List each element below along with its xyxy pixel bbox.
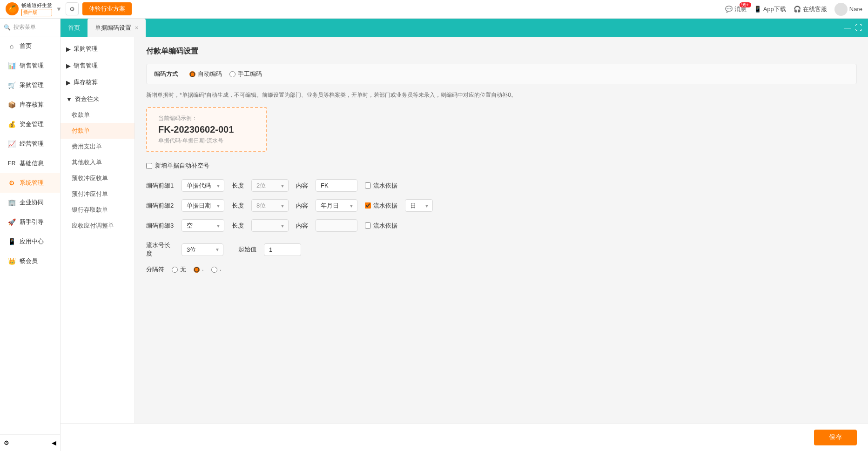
sidebar: 🔍 搜索菜单 ⌂ 首页 📊 销售管理 🛒 采购管理 📦 库存核算 💰 资 [0,19,61,451]
online-service-label: 在线客服 [803,5,827,13]
experience-button[interactable]: 体验行业方案 [82,2,132,15]
sep-none-radio[interactable] [172,267,178,273]
online-service-button[interactable]: 🎧 在线客服 [794,5,827,13]
sidebar-item-operations[interactable]: 📈 经营管理 [0,134,60,154]
length3-select[interactable] [251,219,289,232]
stream-checkbox-3[interactable] [365,222,371,229]
sep-dot2-option[interactable]: · [211,266,222,273]
main-content-area: 付款单编码设置 编码方式 自动编码 手工编码 [135,37,868,423]
preview-desc: 单据代码-单据日期-流水号 [158,137,255,145]
sub-menu-ap-adjust[interactable]: 应收应付调整单 [61,218,135,234]
sub-menu-bank[interactable]: 银行存取款单 [61,202,135,218]
app-download-label: App下载 [763,5,786,13]
search-menu[interactable]: 🔍 搜索菜单 [0,19,60,36]
tab-close-icon[interactable]: × [135,25,138,31]
tab-home-label: 首页 [68,24,80,32]
basics-icon: ER [7,159,16,168]
auto-code-radio[interactable] [189,71,195,77]
sidebar-item-finance[interactable]: 💰 资金管理 [0,114,60,134]
sub-menu-income[interactable]: 其他收入单 [61,155,135,170]
sidebar-item-enterprise[interactable]: 🏢 企业协同 [0,193,60,212]
sales-icon: 📊 [7,61,16,70]
sub-menu-inventory-header[interactable]: ▶ 库存核算 [61,74,135,90]
sidebar-item-member[interactable]: 👑 畅会员 [0,251,60,271]
sub-menu-sales-label: 销售管理 [74,61,98,70]
avatar [834,3,848,16]
sidebar-item-home[interactable]: ⌂ 首页 [0,36,60,56]
sub-menu-expense[interactable]: 费用支出单 [61,139,135,155]
tab-minimize-icon[interactable]: — [844,24,851,32]
length1-select[interactable]: 2位 3位 4位 [251,179,289,192]
coding-method-row: 编码方式 自动编码 手工编码 [146,64,857,84]
sidebar-item-basics[interactable]: ER 基础信息 [0,154,60,173]
stream-checkbox-1[interactable] [365,182,371,188]
prefix3-select-wrapper: 单据代码 单据日期 部门 业务员 空 ▼ [182,219,224,232]
gear-button[interactable]: ⚙ [66,2,79,15]
prefix2-select[interactable]: 单据代码 单据日期 部门 业务员 空 [182,199,224,212]
message-button[interactable]: 💬 消息 99+ [725,5,747,13]
enterprise-icon: 🏢 [7,198,16,207]
sep-dot2-radio[interactable] [211,267,217,273]
operations-icon: 📈 [7,140,16,148]
sep-dot-radio[interactable] [194,267,200,273]
apps-icon: 📱 [7,237,16,246]
stream-label-1: 流水依据 [373,182,397,190]
prefix1-select[interactable]: 单据代码 单据日期 部门 业务员 空 [182,179,224,192]
length3-select-wrapper: ▼ [251,219,289,232]
sub-menu-sales-header[interactable]: ▶ 销售管理 [61,58,135,74]
sidebar-item-sales[interactable]: 📊 销售管理 [0,56,60,75]
inventory-expand-icon: ▶ [66,79,71,86]
brand-tag: 插件版 [21,9,52,16]
app-download-button[interactable]: 📱 App下载 [754,5,786,13]
prefix3-select[interactable]: 单据代码 单据日期 部门 业务员 空 [182,219,224,232]
prefix1-label: 编码前缀1 [146,182,174,190]
tab-settings[interactable]: 单据编码设置 × [87,19,146,37]
sep-dot-option[interactable]: · [194,266,204,273]
content-input-3[interactable] [316,219,357,232]
manual-code-option[interactable]: 手工编码 [229,70,262,78]
sidebar-item-guide[interactable]: 🚀 新手引导 [0,212,60,232]
auto-fill-checkbox[interactable] [146,163,152,169]
sub-menu-inventory: ▶ 库存核算 [61,74,135,90]
auto-code-option[interactable]: 自动编码 [189,70,222,78]
user-avatar-area[interactable]: Nare [834,3,862,16]
sub-menu-prepay-pay[interactable]: 预付冲应付单 [61,186,135,202]
sidebar-nav: ⌂ 首页 📊 销售管理 🛒 采购管理 📦 库存核算 💰 资金管理 📈 经营 [0,36,60,434]
stream-checkbox-2[interactable] [365,202,371,209]
brand: 🍊 畅通道好生意 插件版 [6,2,52,16]
manual-code-radio[interactable] [229,71,236,77]
content-wrapper: 首页 单据编码设置 × — ⛶ ▶ 采购管理 [61,19,868,451]
content-main: ▶ 采购管理 ▶ 销售管理 ▶ 库存核算 [61,37,868,423]
stream2-select[interactable]: 日 月 年 [405,199,433,212]
prefix3-row: 编码前缀3 单据代码 单据日期 部门 业务员 空 ▼ 长度 [146,219,857,232]
sub-menu-purchase-header[interactable]: ▶ 采购管理 [61,41,135,57]
manual-code-label: 手工编码 [238,70,262,78]
sub-menu-receipt[interactable]: 收款单 [61,107,135,123]
sidebar-item-purchase[interactable]: 🛒 采购管理 [0,75,60,95]
serial-length-select[interactable]: 3位 4位 5位 6位 [182,243,223,256]
notice-text: 新增单据时，*单据编码*自动生成，不可编辑。前缀设置为部门、业务员等档案类，开单… [146,91,857,100]
tab-home[interactable]: 首页 [61,19,87,37]
sub-menu-prepay-recv[interactable]: 预收冲应收单 [61,170,135,186]
sub-menu-capital-header[interactable]: ▼ 资金往来 [61,91,135,107]
sub-menu-payment[interactable]: 付款单 [61,123,135,139]
start-value-input[interactable] [264,243,301,256]
preview-label: 当前编码示例： [158,114,255,122]
sidebar-item-operations-label: 经营管理 [20,140,44,148]
dropdown-arrow-icon[interactable]: ▼ [56,6,62,13]
content2-select[interactable]: 年月日 年月 年 [316,199,357,212]
sep-none-option[interactable]: 无 [172,265,186,274]
collapse-icon[interactable]: ◀ [52,439,56,446]
message-badge: 99+ [740,2,751,7]
save-button[interactable]: 保存 [814,430,857,445]
sidebar-item-sales-label: 销售管理 [20,61,44,70]
sidebar-item-system[interactable]: ⚙ 系统管理 [0,173,60,193]
tab-maximize-icon[interactable]: ⛶ [855,24,862,32]
main-layout: 🔍 搜索菜单 ⌂ 首页 📊 销售管理 🛒 采购管理 📦 库存核算 💰 资 [0,19,868,451]
sidebar-item-inventory[interactable]: 📦 库存核算 [0,95,60,114]
sidebar-item-apps[interactable]: 📱 应用中心 [0,232,60,251]
settings-icon[interactable]: ⚙ [4,439,9,446]
length2-select[interactable]: 6位 8位 10位 [251,199,289,212]
stream-check-2: 流水依据 [365,202,397,210]
content-input-1[interactable] [316,179,357,192]
